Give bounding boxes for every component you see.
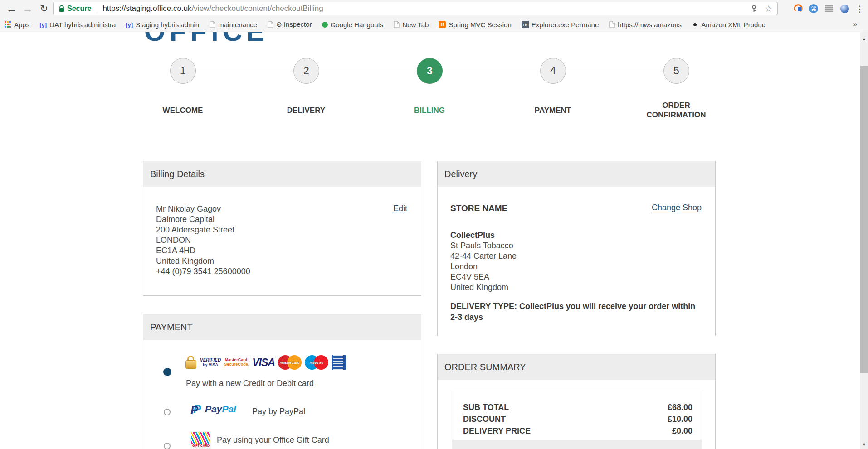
step-number: 1 <box>180 65 186 77</box>
delivery-header: Delivery <box>438 161 715 187</box>
payment-option-card-label[interactable]: Pay with a new Credit or Debit card <box>186 378 314 389</box>
dot-icon <box>693 23 697 26</box>
store-address-line: St Pauls Tobacco <box>450 241 517 251</box>
bookmark-amazon-xml[interactable]: Amazon XML Produc <box>692 21 765 29</box>
extensions-area: ⌘ ⋮ <box>794 0 868 17</box>
radio-gift-card[interactable] <box>164 443 171 449</box>
scroll-down-arrow[interactable]: ▼ <box>860 440 868 448</box>
bookmark-label: UAT hybris administra <box>49 21 116 29</box>
step-circle-delivery[interactable]: 2 <box>293 58 319 84</box>
maestro-icon: Maestro <box>305 355 328 370</box>
summary-label: DELIVERY PRICE <box>463 426 531 436</box>
url-domain: https://staging.office.co.uk <box>102 4 191 13</box>
billing-address: Mr Nikolay Gagov Dalmore Capital 200 Ald… <box>156 204 250 277</box>
gold-padlock-icon <box>185 356 197 369</box>
hybris-icon: [y] <box>126 21 133 28</box>
mastercard-securecode-icon: MasterCard.SecureCode. <box>224 357 249 367</box>
password-key-icon[interactable] <box>751 5 757 13</box>
summary-label: DISCOUNT <box>463 415 506 424</box>
apps-shortcut[interactable]: Apps <box>5 21 29 29</box>
radio-paypal[interactable] <box>164 409 171 415</box>
office-logo[interactable]: OFFICE <box>144 32 268 47</box>
step-label-delivery: DELIVERY <box>265 97 347 124</box>
gift-card-icon: GIFT CARD <box>190 431 211 449</box>
card-brand-strip: VERIFIEDby VISA MasterCard.SecureCode. V… <box>185 355 346 370</box>
change-shop-link[interactable]: Change Shop <box>652 203 702 212</box>
bookmark-label: Explorer.exe Permane <box>532 21 599 29</box>
delivery-panel: Delivery STORE NAME Change Shop CollectP… <box>437 161 716 336</box>
bookmark-explorer-exe[interactable]: TN Explorer.exe Permane <box>522 21 599 29</box>
billing-address-line: Dalmore Capital <box>156 214 250 225</box>
bookmark-label: ⊘ Inspector <box>276 20 312 29</box>
summary-value: £0.00 <box>672 426 692 436</box>
delivery-type-text: DELIVERY TYPE: CollectPlus you will rece… <box>450 301 704 323</box>
store-address-line: 42-44 Carter Lane <box>450 251 517 261</box>
payment-option-gift-label[interactable]: Pay using your Office Gift Card <box>217 435 329 445</box>
address-bar[interactable]: Secure https://staging.office.co.uk/view… <box>53 2 778 15</box>
scroll-up-arrow[interactable]: ▲ <box>860 35 868 43</box>
page-icon <box>209 21 215 28</box>
billing-address-line: EC1A 4HD <box>156 246 250 256</box>
payment-title: PAYMENT <box>150 322 193 333</box>
globe-extension-icon[interactable] <box>840 4 849 13</box>
url-text[interactable]: https://staging.office.co.uk/view/checko… <box>102 4 323 13</box>
step-number: 4 <box>550 65 556 77</box>
back-button[interactable]: ← <box>4 0 19 17</box>
page-scrollbar[interactable]: ▲ ▼ <box>860 32 868 449</box>
order-summary-title: ORDER SUMMARY <box>444 362 526 372</box>
step-number: 3 <box>427 65 433 77</box>
billing-address-line: LONDON <box>156 235 250 246</box>
bookmark-label: Staging hybris admin <box>136 21 199 29</box>
bookmark-label: New Tab <box>402 21 429 29</box>
scrollbar-thumb[interactable] <box>860 66 868 373</box>
edit-billing-link[interactable]: Edit <box>393 204 407 213</box>
store-address-line: London <box>450 261 517 272</box>
forward-button[interactable]: → <box>20 0 35 17</box>
page-icon <box>393 21 400 28</box>
delivery-title: Delivery <box>444 169 477 179</box>
bookmark-uat-hybris[interactable]: [y] UAT hybris administra <box>39 21 116 29</box>
bookmark-label: Spring MVC Session <box>449 21 511 29</box>
store-address-line: United Kingdom <box>450 282 517 293</box>
chrome-menu-button[interactable]: ⋮ <box>855 4 864 13</box>
billing-address-line: Mr Nikolay Gagov <box>156 204 250 214</box>
bookmark-inspector[interactable]: ⊘ Inspector <box>267 20 312 29</box>
bookmarks-overflow-chevron[interactable]: » <box>853 20 857 29</box>
summary-row-subtotal: SUB TOTAL £68.00 <box>463 401 692 413</box>
page-icon <box>609 21 615 28</box>
verified-by-visa-icon: VERIFIEDby VISA <box>200 358 221 367</box>
back-icon: ← <box>6 3 17 15</box>
payment-option-paypal-label[interactable]: Pay by PayPal <box>252 406 305 417</box>
bookmark-star-icon[interactable]: ☆ <box>765 3 773 14</box>
reload-button[interactable]: ↻ <box>36 0 52 17</box>
padlock-icon <box>59 5 64 12</box>
bookmark-spring-mvc[interactable]: B Spring MVC Session <box>439 21 511 29</box>
bookmark-maintenance[interactable]: maintenance <box>209 21 257 29</box>
summary-value: £68.00 <box>668 403 692 412</box>
comet-extension-icon[interactable] <box>794 4 803 13</box>
amex-icon <box>332 355 346 370</box>
security-indicator[interactable]: Secure <box>59 5 91 13</box>
step-label-payment: PAYMENT <box>512 97 594 124</box>
secure-label: Secure <box>67 5 91 13</box>
bookmark-label: https://mws.amazons <box>618 21 682 29</box>
bookmark-mws-amazon[interactable]: https://mws.amazons <box>609 21 682 29</box>
paypal-logo-icon: PP PayPal <box>190 402 236 416</box>
step-number: 2 <box>303 65 309 77</box>
billing-address-line: +44 (0)79 3541 25600000 <box>156 266 250 277</box>
command-extension-icon[interactable]: ⌘ <box>809 4 818 13</box>
step-circle-welcome[interactable]: 1 <box>170 58 196 84</box>
step-number: 5 <box>673 65 679 77</box>
summary-row-delivery-price: DELIVERY PRICE £0.00 <box>463 425 692 437</box>
step-circle-billing[interactable]: 3 <box>417 58 443 84</box>
billing-details-title: Billing Details <box>150 169 205 179</box>
bookmark-new-tab[interactable]: New Tab <box>393 21 429 29</box>
order-summary-header: ORDER SUMMARY <box>438 354 715 380</box>
step-circle-confirmation[interactable]: 5 <box>663 58 689 84</box>
card-extension-icon[interactable] <box>824 4 834 13</box>
step-circle-payment[interactable]: 4 <box>540 58 566 84</box>
radio-credit-card[interactable] <box>163 368 171 376</box>
summary-value: £10.00 <box>668 415 692 424</box>
bookmark-staging-hybris[interactable]: [y] Staging hybris admin <box>126 21 199 29</box>
bookmark-google-hangouts[interactable]: Google Hangouts <box>322 21 384 29</box>
